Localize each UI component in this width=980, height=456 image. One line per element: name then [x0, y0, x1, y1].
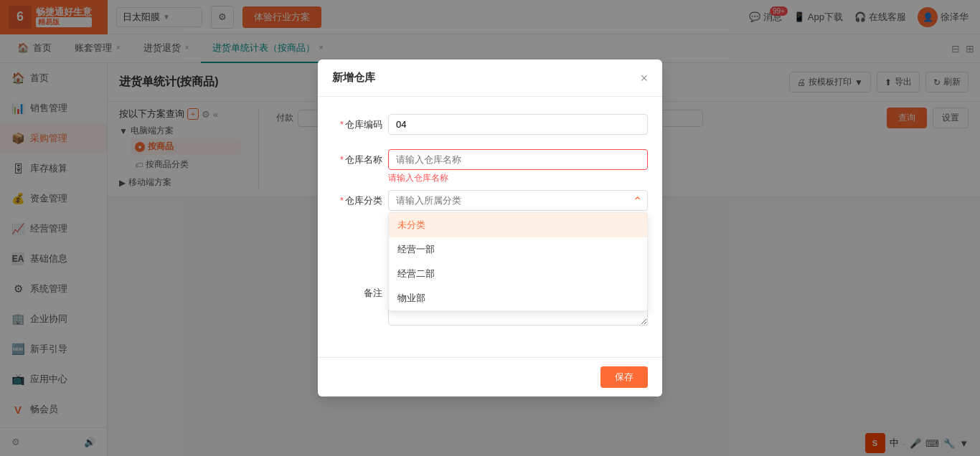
category-label: *仓库分类 [332, 190, 382, 207]
code-label: *仓库编码 [332, 114, 382, 131]
category-field: *仓库分类 ⌃ 未分类 经营一部 经营二部 物业部 [332, 190, 648, 211]
name-input[interactable] [388, 149, 648, 170]
dialog-new-warehouse: 新增仓库 × *仓库编码 *仓库名称 请输入仓库名称 [318, 60, 662, 396]
name-field: *仓库名称 请输入仓库名称 [332, 149, 648, 170]
chevron-up-icon[interactable]: ⌃ [633, 194, 642, 207]
remark-label: 备注 [332, 282, 382, 300]
save-button[interactable]: 保存 [600, 366, 648, 388]
name-error-message: 请输入仓库名称 [388, 172, 448, 184]
dialog-body: *仓库编码 *仓库名称 请输入仓库名称 *仓库分类 [318, 97, 662, 357]
category-dropdown: 未分类 经营一部 经营二部 物业部 [388, 212, 648, 311]
dropdown-item-dept2[interactable]: 经营二部 [389, 262, 647, 286]
dropdown-item-dept3[interactable]: 物业部 [389, 286, 647, 310]
dialog-header: 新增仓库 × [318, 60, 662, 97]
modal-overlay[interactable]: 新增仓库 × *仓库编码 *仓库名称 请输入仓库名称 [0, 0, 980, 456]
code-field: *仓库编码 [332, 114, 648, 135]
dropdown-item-dept1[interactable]: 经营一部 [389, 237, 647, 262]
dropdown-item-none[interactable]: 未分类 [389, 213, 647, 237]
dialog-footer: 保存 [318, 357, 662, 396]
code-input[interactable] [388, 114, 648, 135]
name-label: *仓库名称 [332, 149, 382, 166]
name-input-wrapper: 请输入仓库名称 [388, 149, 648, 170]
category-input[interactable] [388, 190, 648, 211]
category-input-wrap: ⌃ 未分类 经营一部 经营二部 物业部 [388, 190, 648, 211]
dialog-title: 新增仓库 [332, 71, 375, 85]
dialog-close-button[interactable]: × [640, 72, 648, 85]
